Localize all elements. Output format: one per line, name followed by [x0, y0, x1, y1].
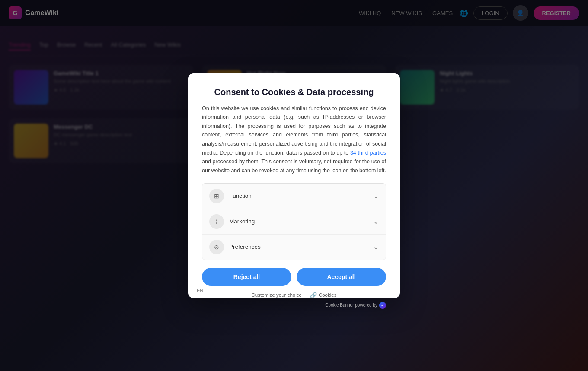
modal-title: Consent to Cookies & Data processing — [202, 87, 386, 97]
function-icon: ⊞ — [209, 189, 224, 203]
cookies-icon: 🔗 — [310, 292, 317, 298]
preferences-label: Preferences — [229, 244, 370, 250]
third-parties-link[interactable]: 34 third parties — [350, 150, 386, 156]
language-indicator[interactable]: EN — [197, 288, 203, 293]
customize-choice-link[interactable]: Customize your choice — [252, 292, 302, 298]
marketing-label: Marketing — [229, 218, 370, 225]
consent-preferences-item[interactable]: ⊜ Preferences ⌄ — [202, 235, 386, 260]
consent-marketing-item[interactable]: ⊹ Marketing ⌄ — [202, 209, 386, 235]
reject-all-button[interactable]: Reject all — [202, 268, 291, 286]
preferences-icon: ⊜ — [209, 240, 224, 254]
powered-by: Cookie Banner powered by ✓ — [202, 302, 386, 309]
cookie-consent-modal: Consent to Cookies & Data processing On … — [188, 73, 400, 298]
consent-sections: ⊞ Function ⌄ ⊹ Marketing ⌄ ⊜ Preferences… — [202, 183, 386, 260]
marketing-icon: ⊹ — [209, 214, 224, 229]
modal-footer: Customize your choice | 🔗 Cookies — [202, 292, 386, 298]
separator: | — [305, 292, 307, 298]
powered-check-icon: ✓ — [379, 302, 386, 309]
modal-body-text: On this website we use cookies and simil… — [202, 104, 386, 175]
preferences-chevron-icon: ⌄ — [373, 243, 379, 251]
modal-buttons: Reject all Accept all — [202, 268, 386, 286]
marketing-chevron-icon: ⌄ — [373, 217, 379, 225]
cookies-link[interactable]: 🔗 Cookies — [310, 292, 337, 298]
function-chevron-icon: ⌄ — [373, 192, 379, 200]
consent-function-item[interactable]: ⊞ Function ⌄ — [202, 184, 386, 209]
accept-all-button[interactable]: Accept all — [297, 268, 386, 286]
function-label: Function — [229, 193, 370, 199]
modal-overlay: Consent to Cookies & Data processing On … — [0, 0, 588, 371]
